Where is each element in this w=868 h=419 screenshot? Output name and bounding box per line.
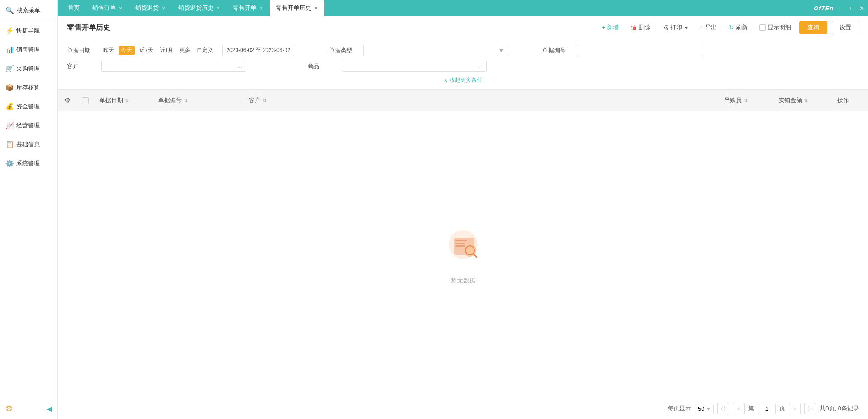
tab-retail-open[interactable]: 零售开单 ✕ (227, 0, 270, 16)
customer-dots[interactable]: ... (237, 63, 242, 70)
setting-button[interactable]: 设置 (832, 21, 859, 34)
th-action: 操作 (832, 94, 868, 107)
tab-retail-history-close[interactable]: ✕ (314, 5, 318, 11)
maximize-btn[interactable]: □ (850, 5, 854, 12)
system-icon: ⚙️ (5, 160, 14, 168)
th-amount-label: 实销金额 (778, 96, 802, 104)
display-detail-btn[interactable]: 显示明细 (756, 22, 795, 33)
th-amount[interactable]: 实销金额 ⇅ (773, 94, 832, 107)
date-label: 单据日期 (67, 47, 94, 55)
tab-sales-return[interactable]: 销货退货 ✕ (129, 0, 172, 16)
collapse-filter-btn[interactable]: ∧ 收起更多条件 (67, 76, 859, 84)
page-label: 第 (748, 405, 754, 413)
tab-sales-order-close[interactable]: ✕ (119, 5, 123, 11)
top-nav: 首页 销售订单 ✕ 销货退货 ✕ 销货退货历史 ✕ 零售开单 ✕ 零售开单历史 … (58, 0, 868, 16)
query-button[interactable]: 查询 (799, 21, 827, 34)
display-label: 显示明细 (768, 24, 791, 32)
page-size-select[interactable]: 50 ▼ (695, 404, 714, 414)
sidebar-item-system[interactable]: ⚙️ 系统管理 (0, 154, 57, 173)
search-icon: 🔍 (5, 6, 14, 14)
export-label: 导出 (705, 24, 717, 32)
shortcut-more[interactable]: 更多 (178, 46, 192, 55)
page-prev-btn[interactable]: ＜ (733, 403, 745, 414)
sidebar-item-basic[interactable]: 📋 基础信息 (0, 135, 57, 154)
goods-dots[interactable]: ... (478, 63, 483, 70)
th-num[interactable]: 单据编号 ⇅ (153, 94, 243, 107)
th-date-label: 单据日期 (100, 96, 123, 104)
sidebar-item-purchase[interactable]: 🛒 采购管理 (0, 59, 57, 78)
sidebar-item-finance[interactable]: 💰 资金管理 (0, 97, 57, 116)
tab-retail-history[interactable]: 零售开单历史 ✕ (270, 0, 324, 16)
customer-input[interactable]: ... (101, 61, 246, 72)
empty-text: 暂无数据 (451, 277, 476, 285)
sidebar-item-label: 快捷导航 (16, 27, 40, 35)
tab-sales-return-history[interactable]: 销货退货历史 ✕ (172, 0, 227, 16)
per-page-value: 50 (698, 405, 704, 412)
goods-input[interactable]: ... (342, 61, 487, 72)
th-guide[interactable]: 导购员 ⇅ (719, 94, 773, 107)
close-window-btn[interactable]: ✕ (859, 5, 864, 12)
column-settings-icon[interactable]: ⚙ (64, 96, 70, 104)
export-button[interactable]: ↑ 导出 (697, 22, 721, 33)
page-input[interactable] (758, 404, 776, 414)
sidebar-bottom: ⚙ ◀ (0, 398, 57, 419)
sidebar-item-operations[interactable]: 📈 经营管理 (0, 116, 57, 135)
date-shortcuts: 昨天 今天 近7天 近1月 更多 自定义 (101, 46, 215, 55)
display-checkbox[interactable] (759, 24, 766, 31)
shortcut-7days[interactable]: 近7天 (138, 46, 155, 55)
delete-button[interactable]: 🗑 删除 (627, 22, 654, 33)
refresh-button[interactable]: ↻ 刷新 (725, 22, 751, 33)
page-next-btn[interactable]: ＞ (789, 403, 801, 414)
tab-retail-open-close[interactable]: ✕ (259, 5, 263, 11)
print-dropdown-icon[interactable]: ▼ (684, 25, 688, 30)
per-page-dropdown-icon: ▼ (706, 406, 711, 411)
main-area: 首页 销售订单 ✕ 销货退货 ✕ 销货退货历史 ✕ 零售开单 ✕ 零售开单历史 … (58, 0, 868, 419)
per-page-label: 每页显示 (668, 405, 691, 413)
date-range-input[interactable]: 2023-06-02 至 2023-06-02 (222, 45, 294, 56)
th-date[interactable]: 单据日期 ⇅ (94, 94, 153, 107)
sidebar-search[interactable]: 🔍 搜索采单 (0, 0, 57, 21)
shortcut-yesterday[interactable]: 昨天 (101, 46, 116, 55)
tab-sales-return-label: 销货退货 (135, 4, 159, 12)
settings-gear-icon[interactable]: ⚙ (5, 404, 13, 414)
sales-icon: 📊 (5, 46, 14, 54)
doc-num-input[interactable] (577, 45, 703, 56)
tab-home-label: 首页 (68, 4, 80, 12)
tab-retail-history-label: 零售开单历史 (276, 4, 311, 12)
delete-label: 删除 (639, 24, 650, 32)
page-first-btn[interactable]: ⟨⟨ (717, 403, 729, 414)
th-checkbox[interactable] (76, 94, 94, 107)
add-button[interactable]: + 新增 (598, 22, 622, 33)
page-content: 零售开单历史 + 新增 🗑 删除 🖨 打印 ▼ ↑ 导出 (58, 16, 868, 419)
tab-sales-return-history-close[interactable]: ✕ (216, 5, 220, 11)
tab-sales-order[interactable]: 销售订单 ✕ (86, 0, 129, 16)
sidebar-item-label: 库存核算 (16, 84, 40, 92)
operations-icon: 📈 (5, 122, 14, 130)
top-nav-right: OfTEn — □ ✕ (814, 5, 864, 12)
sort-num-icon: ⇅ (184, 98, 188, 104)
sidebar-collapse-icon[interactable]: ◀ (47, 405, 52, 413)
tab-home[interactable]: 首页 (62, 0, 86, 16)
th-customer-label: 客户 (249, 96, 261, 104)
th-guide-label: 导购员 (724, 96, 742, 104)
sidebar-item-quick-nav[interactable]: ⚡ 快捷导航 (0, 21, 57, 40)
th-customer[interactable]: 客户 ⇅ (243, 94, 719, 107)
date-range-value: 2023-06-02 至 2023-06-02 (226, 47, 290, 53)
sidebar-item-inventory[interactable]: 📦 库存核算 (0, 78, 57, 97)
print-button[interactable]: 🖨 打印 ▼ (659, 22, 692, 33)
header-checkbox[interactable] (82, 97, 89, 104)
sidebar-item-sales[interactable]: 📊 销售管理 (0, 40, 57, 59)
minimize-btn[interactable]: — (839, 5, 845, 12)
th-settings[interactable]: ⚙ (58, 94, 76, 107)
sidebar-item-label: 系统管理 (16, 160, 40, 168)
shortcut-1month[interactable]: 近1月 (158, 46, 175, 55)
shortcut-today[interactable]: 今天 (119, 46, 135, 55)
doc-type-select[interactable]: ▼ (363, 45, 508, 56)
empty-icon (441, 224, 486, 269)
th-action-label: 操作 (837, 96, 849, 104)
tab-sales-return-close[interactable]: ✕ (161, 5, 166, 11)
quick-nav-icon: ⚡ (5, 27, 14, 35)
table-area: ⚙ 单据日期 ⇅ 单据编号 ⇅ 客户 ⇅ 导购员 (58, 90, 868, 398)
shortcut-custom[interactable]: 自定义 (195, 46, 215, 55)
page-last-btn[interactable]: ⟩⟩ (804, 403, 816, 414)
